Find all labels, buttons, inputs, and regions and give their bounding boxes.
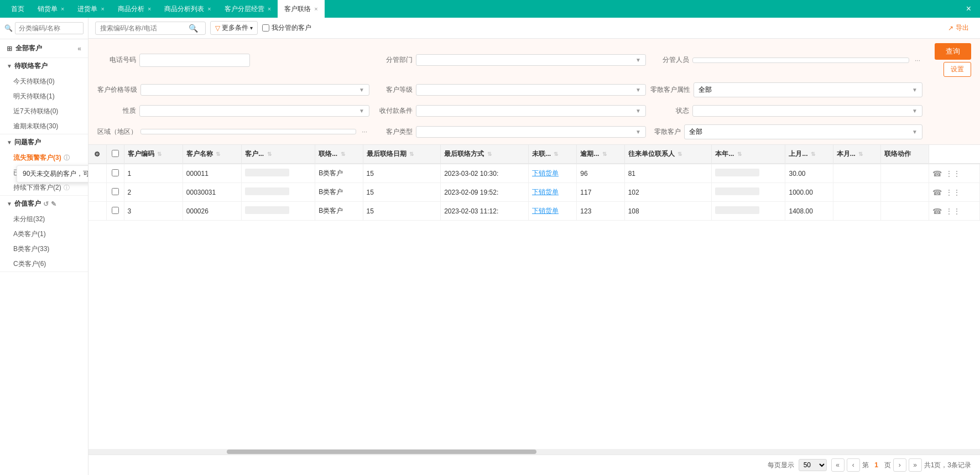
query-button[interactable]: 查询 [935,43,971,60]
nav-home[interactable]: 首页 [4,0,31,18]
my-customers-checkbox-wrap[interactable]: 我分管的客户 [262,23,311,33]
filter-field-customer-grade: 客户等级 ▼ [374,84,646,96]
filter-select-customer-grade[interactable]: ▼ [416,84,646,96]
sort-icon-last-date: ⇅ [409,151,414,157]
table-col-this-year[interactable]: 本年... ⇅ [712,145,785,164]
setting-button[interactable]: 设置 [943,62,971,77]
filter-select-person[interactable] [692,58,909,63]
nav-sales-close[interactable]: × [61,6,64,12]
sidebar-search-input[interactable] [15,22,84,34]
table-col-this-month[interactable]: 本月... ⇅ [833,145,880,164]
sidebar-item-churn-warn[interactable]: 流失预警客户(3) ⓘ [0,150,88,165]
table-col-last-date[interactable]: 最后联络日期 ⇅ [363,145,441,164]
action-more-icon[interactable]: ⋮⋮ [945,169,961,178]
search-input[interactable] [100,24,189,32]
row-last-way[interactable]: 下销货单 [529,183,577,202]
filter-field-zero-customer: 零散客户 全部 ▼ [650,124,922,139]
sidebar-group-value-header[interactable]: ▼ 价值客户 ↺ ✎ [0,196,88,212]
per-page-select[interactable]: 50 20 100 [799,459,827,471]
export-button[interactable]: ↗ 导出 [943,22,973,34]
filter-input-phone[interactable] [139,54,250,67]
sidebar-item-7days[interactable]: 近7天待联络(0) [0,104,88,119]
row-checkbox[interactable] [106,183,124,202]
table-col-last-way[interactable]: 最后联络方式 ⇅ [441,145,529,164]
action-more-icon[interactable]: ⋮⋮ [945,207,961,216]
table-col-code[interactable]: 客户编码 ⇅ [124,145,183,164]
table-col-overdue[interactable]: 逾期... ⇅ [577,145,624,164]
row-last-way[interactable]: 下销货单 [529,164,577,183]
sidebar-item-class-a[interactable]: A类客户(1) [0,227,88,242]
sidebar-item-today[interactable]: 今天待联络(0) [0,74,88,89]
row-checkbox[interactable] [106,164,124,183]
filter-select-zero-customer[interactable]: 全部 ▼ [684,124,922,139]
more-conditions-button[interactable]: ▽ 更多条件 ▾ [210,21,258,35]
filter-select-payment[interactable]: ▼ [416,105,646,117]
nav-customer-layer[interactable]: 客户分层经营 × [218,0,278,18]
edit-icon[interactable]: ✎ [51,200,56,208]
table-col-contact[interactable]: 联络... ⇅ [315,145,363,164]
row-contact: 15 [363,202,441,221]
prev-page-button[interactable]: ‹ [847,458,860,472]
filter-dots-person[interactable]: ··· [913,56,922,64]
row-code: 000011 [183,164,241,183]
info-icon-churn[interactable]: ⓘ [64,154,70,162]
sidebar-group-pending-header[interactable]: ▼ 待联络客户 [0,58,88,74]
nav-customer-contact[interactable]: 客户联络 × [278,0,324,18]
nav-analysis-list[interactable]: 商品分析列表 × [158,0,217,18]
row-last-way[interactable]: 下销货单 [529,202,577,221]
action-contact-icon[interactable]: ☎ [932,188,942,197]
row-check-0[interactable] [112,169,119,176]
my-customers-checkbox[interactable] [262,24,269,32]
info-icon-declining[interactable]: ⓘ [64,184,70,192]
row-checkbox[interactable] [106,202,124,221]
nav-sales[interactable]: 销货单 × [31,0,71,18]
filter-select-zero-attr[interactable]: 全部 ▼ [694,82,922,97]
filter-select-dept[interactable]: ▼ [416,54,646,66]
nav-customer-contact-close[interactable]: × [314,6,317,12]
table-col-name[interactable]: 客户名称 ⇅ [183,145,241,164]
row-check-2[interactable] [112,207,119,214]
filter-select-price-grade[interactable]: ▼ [140,84,369,96]
last-page-button[interactable]: » [909,458,922,472]
sort-icon-year: ⇅ [737,151,742,157]
table-col-customer-type[interactable]: 客户... ⇅ [242,145,315,164]
sidebar-item-tomorrow[interactable]: 明天待联络(1) [0,89,88,104]
table-col-checkbox[interactable] [106,145,124,164]
filter-select-status[interactable]: ▼ [692,105,922,117]
select-all-checkbox[interactable] [112,150,119,157]
action-more-icon[interactable]: ⋮⋮ [945,188,961,197]
sidebar-item-overdue[interactable]: 逾期未联络(30) [0,119,88,134]
sidebar-all-customers[interactable]: ⊞ 全部客户 « [0,39,88,58]
first-page-button[interactable]: « [831,458,845,472]
sidebar-item-class-b[interactable]: B类客户(33) [0,242,88,257]
filter-select-region[interactable] [140,129,356,134]
sidebar-item-ungroup[interactable]: 未分组(32) [0,212,88,227]
sidebar-item-class-c[interactable]: C类客户(6) [0,257,88,272]
sort-icon-uncontacted: ⇅ [554,151,558,157]
nav-purchase[interactable]: 进货单 × [71,0,111,18]
table-col-settings[interactable]: ⚙ [88,145,106,164]
sidebar-collapse-icon[interactable]: « [77,45,81,53]
sidebar-group-problem-header[interactable]: ▼ 问题客户 [0,134,88,150]
next-page-button[interactable]: › [893,458,906,472]
nav-purchase-close[interactable]: × [101,6,104,12]
nav-customer-layer-close[interactable]: × [268,6,271,12]
action-contact-icon[interactable]: ☎ [932,169,942,178]
scrollbar-area[interactable] [88,449,980,455]
close-all-button[interactable]: × [962,4,976,14]
table-col-uncontacted[interactable]: 未联... ⇅ [529,145,577,164]
nav-analysis-close[interactable]: × [148,6,151,12]
nav-analysis[interactable]: 商品分析 × [111,0,158,18]
scrollbar-thumb[interactable] [227,450,536,454]
row-check-1[interactable] [112,188,119,195]
filter-dots-region[interactable]: ··· [359,128,369,135]
search-button[interactable]: 🔍 [189,24,198,33]
refresh-icon[interactable]: ↺ [43,200,49,208]
filter-select-nature[interactable]: ▼ [139,105,369,117]
nav-analysis-list-close[interactable]: × [207,6,211,12]
filter-select-customer-type[interactable]: ▼ [416,126,646,138]
action-contact-icon[interactable]: ☎ [932,207,942,216]
table-col-contact-person[interactable]: 往来单位联系人 ⇅ [624,145,712,164]
table-col-last-month[interactable]: 上月... ⇅ [785,145,833,164]
sidebar-item-declining[interactable]: 持续下滑客户(2) ⓘ [0,180,88,195]
